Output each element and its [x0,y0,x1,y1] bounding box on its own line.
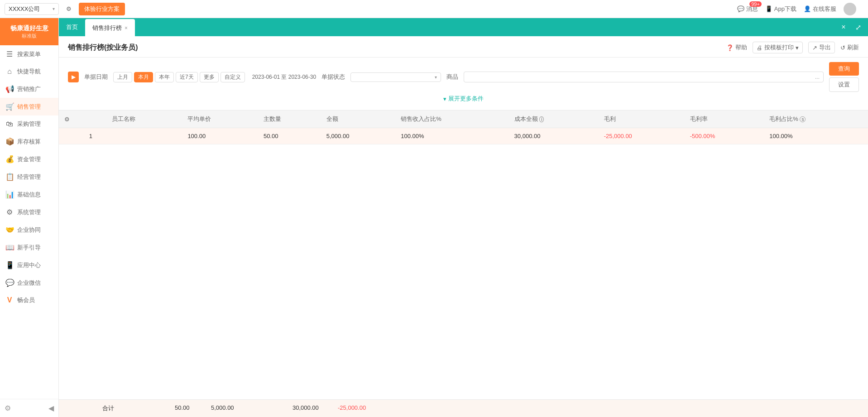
footer-cells: 合计 50.00 5,000.00 30,000.00 -25,000.00 [64,404,863,412]
export-label: 导出 [819,43,831,52]
tab-bar: 首页 销售排行榜 × × ⤢ [59,18,868,36]
sidebar-item-weixin[interactable]: 💬 企业微信 [0,274,58,292]
refresh-icon: ↺ [840,44,845,51]
col-amount: 全额 [321,110,395,128]
settings-button[interactable]: 设置 [829,77,859,92]
sidebar-label-sys-mgmt: 系统管理 [17,208,41,216]
cost-info-icon: i [539,116,544,122]
tab-home[interactable]: 首页 [59,18,85,36]
sidebar: 畅康通好生意 标准版 ☰ 搜索菜单 ⌂ 快捷导航 📢 营销推广 🛒 销售管理 🛍 [0,18,59,417]
date-btn-7days[interactable]: 近7天 [176,72,198,82]
col-gross-pct: 毛利占比% s [764,110,868,128]
window-maximize-icon[interactable]: ⤢ [852,21,864,34]
sidebar-label-app-center: 应用中心 [17,261,41,269]
sidebar-label-sales-mgmt: 销售管理 [17,103,41,111]
cell-cost: 30,000.00 [509,128,599,144]
tab-sales-ranking[interactable]: 销售排行榜 × [85,19,135,37]
basic-info-icon: 📊 [5,190,14,199]
sidebar-item-finance[interactable]: 💰 资金管理 [0,150,58,168]
window-close-icon[interactable]: × [837,21,850,34]
sidebar-label-member: 畅会员 [17,296,35,304]
sidebar-item-basic-info[interactable]: 📊 基础信息 [0,186,58,203]
expand-icon: ▾ [443,96,446,102]
sidebar-item-quick-nav[interactable]: ⌂ 快捷导航 [0,63,58,80]
footer-cost: 30,000.00 [287,404,332,412]
sidebar-label-ops-mgmt: 经营管理 [17,173,41,181]
print-icon: 🖨 [757,44,762,51]
sidebar-label-enterprise-collab: 企业协同 [17,226,41,234]
cell-settings [59,128,75,144]
filter-area: ▶ 单据日期 上月 本月 本年 近7天 更多 自定义 2023-06-01 至 … [59,58,868,110]
date-btn-last-month[interactable]: 上月 [113,72,132,82]
message-button[interactable]: 💬 消息 99+ [737,5,758,13]
sidebar-label-inventory: 库存核算 [17,138,41,146]
cell-gross: -25,000.00 [599,128,685,144]
sidebar-item-member[interactable]: V 畅会员 [0,292,58,309]
collab-icon: 🤝 [5,225,14,234]
phone-icon: 📱 [765,5,772,12]
tab-close-icon[interactable]: × [125,25,128,31]
sidebar-item-app-center[interactable]: 📱 应用中心 [0,256,58,274]
sidebar-item-inventory[interactable]: 📦 库存核算 [0,133,58,150]
guide-icon: 📖 [5,243,14,252]
company-chevron-icon: ▾ [53,6,55,11]
trial-button[interactable]: 体验行业方案 [79,3,125,15]
refresh-button[interactable]: ↺ 刷新 [840,43,859,52]
goods-input[interactable]: ... [464,72,824,82]
cell-employee [106,128,182,144]
help-button[interactable]: ❓ 帮助 [726,43,747,52]
sidebar-collapse-button[interactable]: ◀ [48,404,54,412]
top-bar-right: 💬 消息 99+ 📱 App下载 👤 在线客服 [737,3,863,15]
col-gross: 毛利 [599,110,685,128]
date-btn-this-year[interactable]: 本年 [155,72,174,82]
help-label: 帮助 [735,43,747,52]
filter-toggle-button[interactable]: ▶ [68,72,79,82]
search-icon: ☰ [5,50,14,58]
footer-label: 合计 [97,404,133,412]
date-btn-more[interactable]: 更多 [200,72,219,82]
sidebar-item-marketing[interactable]: 📢 营销推广 [0,80,58,98]
sidebar-label-quick-nav: 快捷导航 [17,67,41,76]
sidebar-nav: ☰ 搜索菜单 ⌂ 快捷导航 📢 营销推广 🛒 销售管理 🛍 采购管理 📦 库 [0,45,58,399]
sidebar-item-ops-mgmt[interactable]: 📋 经营管理 [0,168,58,186]
user-avatar[interactable] [844,3,856,15]
cell-amount: 5,000.00 [321,128,395,144]
weixin-icon: 💬 [5,278,14,287]
col-avg-price: 平均单价 [182,110,258,128]
date-shortcuts: 上月 本月 本年 近7天 更多 自定义 [113,72,245,82]
cell-gross-rate: -500.00% [685,128,764,144]
action-buttons: 查询 设置 [829,62,859,92]
purchase-icon: 🛍 [5,120,14,128]
sidebar-label-search-order: 搜索菜单 [17,50,41,58]
top-settings-button[interactable]: ⚙ [62,3,75,15]
sidebar-settings-button[interactable]: ⚙ [5,404,11,412]
content-area: 首页 销售排行榜 × × ⤢ 销售排行榜(按业务员) ❓ 帮助 [59,18,868,417]
message-icon: 💬 [737,5,744,12]
home-icon: ⌂ [5,67,14,76]
company-selector[interactable]: XXXXX公司 ▾ [5,3,59,15]
online-cs-button[interactable]: 👤 在线客服 [804,5,836,13]
export-button[interactable]: ↗ 导出 [808,42,835,53]
print-button[interactable]: 🖨 按模板打印 ▾ [753,42,803,53]
sidebar-label-finance: 资金管理 [17,155,41,163]
sidebar-item-enterprise-collab[interactable]: 🤝 企业协同 [0,221,58,239]
main-layout: 畅康通好生意 标准版 ☰ 搜索菜单 ⌂ 快捷导航 📢 营销推广 🛒 销售管理 🛍 [0,18,868,417]
footer-empty-grosspct [418,404,459,412]
inventory-icon: 📦 [5,137,14,146]
sidebar-item-search-order[interactable]: ☰ 搜索菜单 [0,45,58,63]
date-btn-custom[interactable]: 自定义 [221,72,245,82]
sidebar-label-basic-info: 基础信息 [17,191,41,199]
table-footer: 合计 50.00 5,000.00 30,000.00 -25,000.00 [59,399,868,417]
query-button[interactable]: 查询 [829,62,859,76]
sidebar-item-guide[interactable]: 📖 新手引导 [0,239,58,256]
col-settings[interactable]: ⚙ [59,110,75,128]
sidebar-item-sales-mgmt[interactable]: 🛒 销售管理 [0,98,58,115]
sidebar-item-sys-mgmt[interactable]: ⚙ 系统管理 [0,203,58,221]
expand-more-button[interactable]: ▾ 展开更多条件 [68,92,859,105]
footer-gross: -25,000.00 [332,404,378,412]
date-btn-this-month[interactable]: 本月 [134,72,153,82]
status-select[interactable]: ▾ [350,72,441,82]
app-download-button[interactable]: 📱 App下载 [765,5,796,13]
date-label: 单据日期 [84,73,108,81]
sidebar-item-purchase-mgmt[interactable]: 🛍 采购管理 [0,115,58,133]
